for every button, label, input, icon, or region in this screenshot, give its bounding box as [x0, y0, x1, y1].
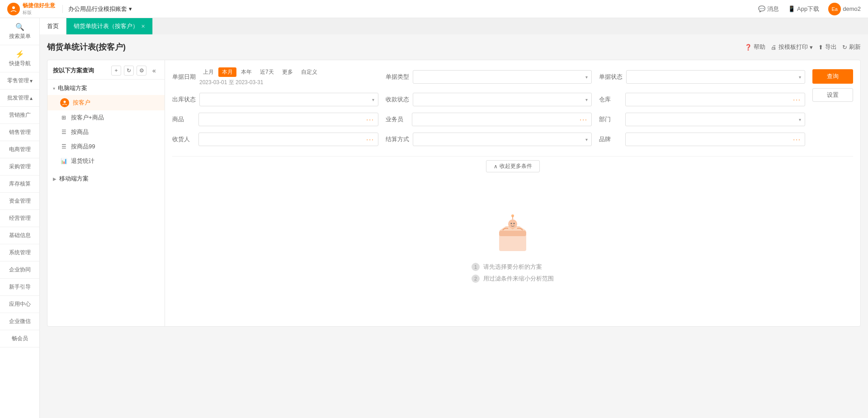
sidebar-item-marketing[interactable]: 营销推广 [0, 107, 39, 124]
sidebar-item-enterprise[interactable]: 企业协同 [0, 261, 39, 279]
search-icon: 🔍 [15, 23, 24, 31]
scheme-collapse-button[interactable]: « [149, 66, 159, 76]
filter-panel: 单据日期 上月 本月 本年 近7天 更多 自定义 [165, 60, 860, 326]
sidebar-item-wechat[interactable]: 企业微信 [0, 313, 39, 330]
filter-row-2: 出库状态 ▾ 收款状态 ▾ [172, 93, 805, 106]
order-type-input[interactable]: ▾ [413, 70, 592, 84]
filter-row-4: 收货人 ··· 结算方式 ▾ [172, 133, 805, 146]
scheme-desktop-group-title[interactable]: ▾ 电脑端方案 [47, 81, 165, 95]
order-status-arrow-icon: ▾ [799, 75, 801, 80]
scheme-item-by-customer[interactable]: 按客户 [47, 95, 165, 110]
sidebar-item-finance[interactable]: 资金管理 [0, 193, 39, 210]
app-download-action[interactable]: 📱 App下载 [788, 5, 819, 13]
settlement-label: 结算方式 [386, 135, 409, 143]
date-tab-this-month[interactable]: 本月 [218, 67, 236, 77]
sidebar-item-appcenter[interactable]: 应用中心 [0, 296, 39, 313]
home-tab-label: 首页 [47, 22, 59, 30]
settlement-input[interactable]: ▾ [413, 133, 592, 146]
scheme-add-button[interactable]: + [111, 66, 121, 76]
sidebar-item-vip[interactable]: 畅会员 [0, 330, 39, 347]
settings-button[interactable]: 设置 [812, 88, 853, 102]
scheme-item-return-stat[interactable]: 📊 退货统计 [47, 154, 165, 168]
refresh-button[interactable]: ↻ 刷新 [842, 43, 861, 51]
brand-input[interactable]: ··· [625, 133, 805, 146]
scheme-item-by-product[interactable]: ☰ 按商品 [47, 125, 165, 139]
sidebar-item-sales[interactable]: 销售管理 [0, 124, 39, 141]
query-button[interactable]: 查询 [812, 69, 853, 84]
refresh-icon: ↻ [842, 44, 847, 51]
scheme-edit-button[interactable]: ↻ [124, 66, 134, 76]
filter-field-warehouse: 仓库 ··· [599, 93, 805, 106]
logo-icon [7, 3, 20, 15]
tab-close-icon[interactable]: ✕ [141, 24, 145, 29]
date-tab-this-year[interactable]: 本年 [237, 67, 255, 77]
sidebar-item-quick-nav[interactable]: ⚡ 快捷导航 [0, 45, 39, 72]
filter-field-department: 部门 ▾ [599, 113, 805, 126]
print-dropdown-arrow: ▾ [810, 44, 813, 51]
export-icon: ⬆ [818, 44, 823, 51]
date-tab-last-month[interactable]: 上月 [199, 67, 217, 77]
settlement-arrow-icon: ▾ [585, 137, 588, 142]
help-button[interactable]: ❓ 帮助 [745, 43, 765, 51]
department-arrow-icon: ▾ [799, 117, 801, 122]
chart-icon: 📊 [60, 157, 67, 165]
stock-status-input[interactable]: ▾ [199, 93, 378, 106]
print-button[interactable]: 🖨 按模板打印 ▾ [771, 43, 813, 51]
user-profile[interactable]: Ea demo2 [828, 3, 861, 15]
order-type-label: 单据类型 [386, 73, 409, 81]
sidebar-item-system[interactable]: 系统管理 [0, 244, 39, 261]
tab-sales-stat[interactable]: 销货单统计表（按客户） ✕ [66, 18, 153, 34]
receipt-status-arrow-icon: ▾ [585, 97, 588, 102]
sidebar-item-search[interactable]: 🔍 搜索菜单 [0, 18, 39, 45]
platform-selector[interactable]: 办公用品行业模拟账套 ▾ [62, 5, 132, 13]
retail-arrow-icon: ▾ [30, 78, 33, 84]
receipt-status-label: 收款状态 [386, 95, 409, 104]
sidebar-item-retail[interactable]: 零售管理 ▾ [0, 72, 39, 90]
sidebar-item-purchase[interactable]: 采购管理 [0, 158, 39, 176]
order-type-arrow-icon: ▾ [585, 75, 588, 80]
recipient-label: 收货人 [172, 135, 195, 143]
sidebar-item-inventory[interactable]: 库存核算 [0, 176, 39, 193]
tab-home[interactable]: 首页 [40, 18, 66, 34]
scheme-mobile-group-title[interactable]: ▶ 移动端方案 [47, 172, 165, 185]
message-action[interactable]: 💬 消息 [758, 5, 779, 13]
date-tab-more[interactable]: 更多 [278, 67, 297, 77]
salesperson-input[interactable]: ··· [412, 113, 592, 126]
page-title: 销货单统计表(按客户) [47, 42, 126, 52]
sidebar-item-operations[interactable]: 经营管理 [0, 210, 39, 227]
platform-dropdown-arrow: ▾ [129, 5, 132, 12]
sales-stat-tab-label: 销货单统计表（按客户） [74, 22, 138, 30]
sidebar-item-basics[interactable]: 基础信息 [0, 227, 39, 244]
btn-panel: 查询 设置 [812, 67, 853, 152]
scheme-settings-button[interactable]: ⚙ [137, 66, 146, 76]
date-tab-last-7[interactable]: 近7天 [256, 67, 278, 77]
sidebar-item-ecommerce[interactable]: 电商管理 [0, 141, 39, 158]
sidebar-item-wholesale[interactable]: 批发管理 ▴ [0, 90, 39, 107]
scheme-item-by-product-99[interactable]: ☰ 按商品99 [47, 139, 165, 154]
date-tab-custom[interactable]: 自定义 [297, 67, 321, 77]
empty-tip-2: 2 用过滤条件来缩小分析范围 [472, 275, 554, 283]
collapse-button[interactable]: ∧ 收起更多条件 [486, 160, 540, 172]
brand-dots-icon: ··· [793, 136, 801, 143]
logo-text: 畅捷信好生意 标版 [23, 2, 55, 15]
empty-tip-1: 1 请先选择要分析的方案 [472, 263, 554, 271]
warehouse-dots-icon: ··· [793, 96, 801, 103]
recipient-input[interactable]: ··· [198, 133, 378, 146]
wholesale-arrow-icon: ▴ [30, 95, 33, 101]
table-icon: ☰ [60, 128, 67, 136]
sidebar-item-newbie[interactable]: 新手引导 [0, 279, 39, 296]
scheme-panel: 按以下方案查询 + ↻ ⚙ « [47, 60, 165, 326]
order-status-input[interactable]: ▾ [626, 70, 805, 84]
scheme-item-by-customer-product[interactable]: ⊞ 按客户+商品 [47, 110, 165, 125]
header-right: 💬 消息 📱 App下载 Ea demo2 [758, 3, 861, 15]
department-input[interactable]: ▾ [625, 113, 805, 126]
filter-row-1: 单据日期 上月 本月 本年 近7天 更多 自定义 [172, 67, 805, 86]
salesperson-dots-icon: ··· [580, 116, 588, 123]
retail-label: 零售管理 [7, 77, 29, 85]
warehouse-input[interactable]: ··· [625, 93, 805, 106]
receipt-status-input[interactable]: ▾ [413, 93, 592, 106]
product-input[interactable]: ··· [198, 113, 378, 126]
export-button[interactable]: ⬆ 导出 [818, 43, 837, 51]
filter-field-order-status: 单据状态 ▾ [599, 70, 805, 84]
svg-point-0 [12, 6, 15, 9]
